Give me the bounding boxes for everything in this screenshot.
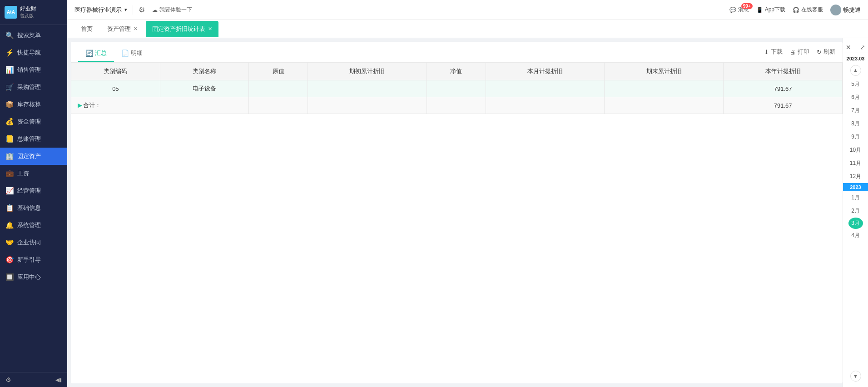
sidebar-item-purchase[interactable]: 🛒采购管理: [0, 79, 67, 96]
panel-close-icon[interactable]: ✕: [846, 44, 851, 51]
col-period-end: 期末累计折旧: [605, 63, 724, 80]
user-menu[interactable]: 畅捷通: [830, 5, 861, 15]
sidebar-item-corp[interactable]: 🤝企业协同: [0, 234, 67, 251]
cell-annual: 791.67: [724, 80, 843, 97]
sidebar-item-capital[interactable]: 💰资金管理: [0, 113, 67, 130]
settings-footer-icon[interactable]: ⚙: [5, 376, 11, 383]
tab-depreciation-label: 固定资产折旧统计表: [152, 25, 205, 33]
total-original: [249, 97, 308, 114]
tabbar: 首页 资产管理 ✕ 固定资产折旧统计表 ✕: [67, 20, 868, 38]
col-original: 原值: [249, 63, 308, 80]
month-11[interactable]: 11月: [843, 157, 868, 170]
topbar: 医疗器械行业演示 ▾ ⚙ ☁ 我要体验一下 💬 消息 99+ 📱 App下载 🎧…: [67, 0, 868, 20]
depreciation-table: 类别编码 类别名称 原值 期初累计折旧 净值 本月计提折旧 期末累计折旧 本年计…: [71, 62, 843, 114]
tab-home[interactable]: 首页: [74, 21, 99, 37]
sidebar-icon-system: 🔔: [5, 221, 14, 229]
total-monthly: [486, 97, 605, 114]
sidebar-icon-search: 🔍: [5, 31, 14, 40]
cell-period-end: [605, 80, 724, 97]
collapse-icon[interactable]: ◀▮: [55, 377, 62, 383]
month-6[interactable]: 6月: [843, 91, 868, 104]
col-name: 类别名称: [160, 63, 249, 80]
table-header-row: 类别编码 类别名称 原值 期初累计折旧 净值 本月计提折旧 期末累计折旧 本年计…: [71, 63, 843, 80]
col-code: 类别编码: [71, 63, 160, 80]
month-3-active[interactable]: 3月: [848, 218, 863, 229]
sidebar-item-fixed[interactable]: 🏢固定资产: [0, 148, 67, 165]
app-download-action[interactable]: 📱 App下载: [756, 6, 785, 14]
print-btn[interactable]: 🖨 打印: [790, 48, 809, 56]
message-action[interactable]: 💬 消息 99+: [729, 6, 749, 14]
col-accum: 期初累计折旧: [308, 63, 427, 80]
tab-depreciation-close[interactable]: ✕: [208, 26, 212, 32]
year-2023-label: 2023: [843, 183, 868, 191]
sidebar-item-quicknav[interactable]: ⚡快捷导航: [0, 44, 67, 61]
phone-icon: 📱: [756, 7, 763, 13]
sidebar-item-operations[interactable]: 📈经营管理: [0, 182, 67, 199]
sidebar-label-search: 搜索菜单: [17, 31, 41, 40]
sidebar-item-search[interactable]: 🔍搜索菜单: [0, 27, 67, 44]
sidebar-item-apps[interactable]: 🔲应用中心: [0, 268, 67, 286]
company-selector[interactable]: 医疗器械行业演示 ▾: [74, 6, 127, 14]
topbar-right: 💬 消息 99+ 📱 App下载 🎧 在线客服 畅捷通: [729, 5, 861, 15]
table-row: 05 电子设备 791.67: [71, 80, 843, 97]
experience-btn[interactable]: ☁ 我要体验一下: [152, 6, 192, 14]
month-8[interactable]: 8月: [843, 117, 868, 130]
refresh-label: 刷新: [823, 48, 835, 56]
sidebar-item-base[interactable]: 📋基础信息: [0, 199, 67, 217]
sidebar-icon-capital: 💰: [5, 118, 14, 126]
sidebar-icon-payroll: 💼: [5, 169, 14, 178]
panel-nav-down: ▼: [843, 369, 868, 383]
sidebar-label-ledger: 总账管理: [17, 135, 41, 143]
month-10[interactable]: 10月: [843, 144, 868, 157]
sidebar-label-system: 系统管理: [17, 221, 41, 229]
app-name: 好业财: [20, 5, 36, 13]
month-7[interactable]: 7月: [843, 104, 868, 117]
sidebar-label-inventory: 库存核算: [17, 100, 41, 109]
subtab-detail[interactable]: 📄 明细: [114, 45, 150, 62]
panel-header: ✕ ⤢: [843, 42, 868, 53]
total-icon: ▶: [78, 102, 82, 109]
sidebar-item-ledger[interactable]: 📒总账管理: [0, 130, 67, 148]
col-monthly: 本月计提折旧: [486, 63, 605, 80]
panel-up-btn[interactable]: ▲: [850, 65, 861, 76]
month-12[interactable]: 12月: [843, 170, 868, 183]
sidebar-item-inventory[interactable]: 📦库存核算: [0, 96, 67, 113]
detail-label: 明细: [131, 49, 143, 57]
month-9[interactable]: 9月: [843, 130, 868, 144]
sidebar-icon-apps: 🔲: [5, 273, 14, 281]
subtab-summary[interactable]: 🔄 汇总: [78, 45, 114, 62]
cell-monthly: [486, 80, 605, 97]
sidebar-icon-purchase: 🛒: [5, 83, 14, 91]
sidebar-item-sales[interactable]: 📊销售管理: [0, 61, 67, 79]
panel-expand-icon[interactable]: ⤢: [860, 44, 865, 51]
sidebar-icon-ledger: 📒: [5, 135, 14, 143]
download-btn[interactable]: ⬇ 下载: [764, 48, 783, 56]
topbar-settings-icon[interactable]: ⚙: [139, 5, 145, 14]
panel-down-btn[interactable]: ▼: [850, 371, 861, 382]
dropdown-icon: ▾: [124, 7, 127, 13]
service-action[interactable]: 🎧 在线客服: [793, 6, 823, 14]
sidebar-footer: ⚙ ◀▮: [0, 372, 67, 387]
tab-assets[interactable]: 资产管理 ✕: [101, 21, 144, 37]
sidebar-item-guide[interactable]: 🎯新手引导: [0, 251, 67, 268]
month-4[interactable]: 4月: [843, 229, 868, 242]
message-badge: 99+: [741, 3, 753, 9]
sidebar: AtA 好业财 普及版 🔍搜索菜单⚡快捷导航📊销售管理🛒采购管理📦库存核算💰资金…: [0, 0, 67, 387]
refresh-btn[interactable]: ↻ 刷新: [817, 48, 835, 56]
month-5[interactable]: 5月: [843, 78, 868, 91]
sidebar-item-payroll[interactable]: 💼工资: [0, 165, 67, 182]
tab-assets-close[interactable]: ✕: [134, 26, 138, 32]
tab-depreciation[interactable]: 固定资产折旧统计表 ✕: [146, 21, 218, 37]
sidebar-title-block: 好业财 普及版: [20, 5, 36, 19]
month-1[interactable]: 1月: [843, 191, 868, 204]
company-name: 医疗器械行业演示: [74, 6, 122, 14]
sidebar-item-system[interactable]: 🔔系统管理: [0, 217, 67, 234]
col-net: 净值: [427, 63, 486, 80]
sidebar-icon-fixed: 🏢: [5, 152, 14, 160]
cell-code: 05: [71, 80, 160, 97]
content-main: 🔄 汇总 📄 明细 ⬇ 下载 🖨 打印: [71, 42, 843, 383]
sidebar-label-base: 基础信息: [17, 204, 41, 212]
total-label: ▶合计：: [71, 97, 249, 114]
sidebar-nav: 🔍搜索菜单⚡快捷导航📊销售管理🛒采购管理📦库存核算💰资金管理📒总账管理🏢固定资产…: [0, 25, 67, 372]
month-2[interactable]: 2月: [843, 204, 868, 218]
